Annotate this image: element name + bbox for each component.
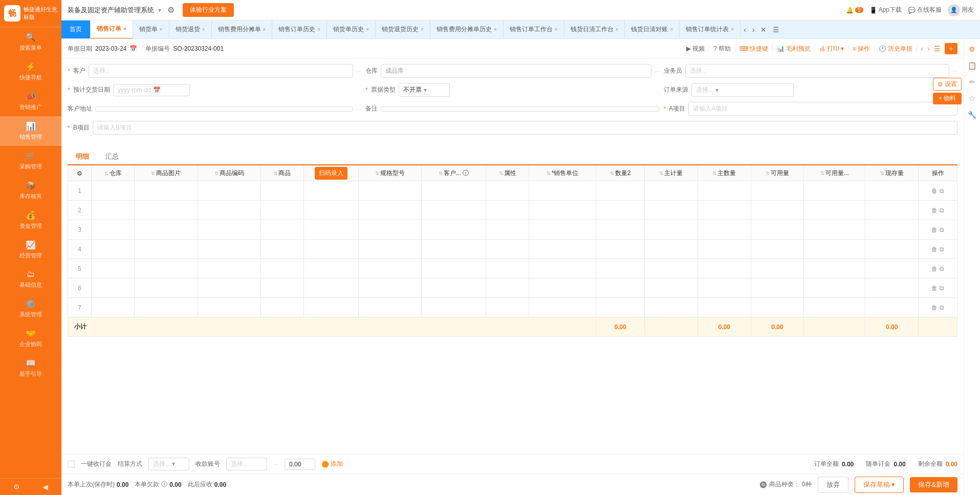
tab-sales-expense-split[interactable]: 销售费用分摊单 × xyxy=(212,20,273,39)
row-delete-icon[interactable]: 🗑 xyxy=(931,304,938,311)
sidebar-item-quick-nav[interactable]: ⚡ 快捷导航 xyxy=(0,57,61,87)
topbar-online-service[interactable]: 💬 在线客服 xyxy=(908,6,942,14)
sidebar-item-guide[interactable]: 📖 新手引导 xyxy=(0,353,61,383)
remark-input[interactable] xyxy=(381,106,659,112)
sales-return-tab-close[interactable]: × xyxy=(202,27,205,32)
col-attribute-header[interactable]: ⇅属性 xyxy=(486,166,529,181)
row-delete-icon[interactable]: 🗑 xyxy=(931,246,938,253)
sidebar-item-finance[interactable]: 💰 资金管理 xyxy=(0,205,61,235)
next-record-btn[interactable]: › xyxy=(927,45,930,53)
new-btn[interactable]: ＋ xyxy=(945,43,957,54)
col-current-stock-header[interactable]: ⇅现存量 xyxy=(865,166,919,181)
sales-order-tab-close[interactable]: × xyxy=(123,26,126,32)
address-more-icon[interactable]: ··· xyxy=(356,105,361,113)
history-btn[interactable]: 🕐 历史单据 xyxy=(879,45,912,53)
delivery-date-input[interactable]: yyyy-mm-dd 📅 xyxy=(113,84,190,96)
inner-tab-summary[interactable]: 汇总 xyxy=(97,149,127,164)
settings-btn[interactable]: ⚙ 设置 xyxy=(933,78,962,91)
tab-next-btn[interactable]: › xyxy=(749,26,758,34)
right-panel-clipboard-btn[interactable]: 📋 xyxy=(966,59,978,72)
row-copy-icon[interactable]: ⧉ xyxy=(940,207,944,214)
sidebar-item-sales[interactable]: 📊 销售管理 xyxy=(0,116,61,146)
sales-order-history-tab-close[interactable]: × xyxy=(317,27,320,32)
bank-account-more-icon[interactable]: ··· xyxy=(273,461,278,468)
salesperson-input[interactable]: 选择... xyxy=(685,64,949,78)
sidebar-item-inventory[interactable]: 📦 库存核算 xyxy=(0,176,61,205)
sales-bill-tab-close[interactable]: × xyxy=(160,27,163,32)
right-panel-settings-btn[interactable]: ⚙ xyxy=(966,43,978,55)
right-panel-star-btn[interactable]: ☆ xyxy=(966,92,978,104)
sales-stat-tab-close[interactable]: × xyxy=(731,27,734,32)
col-scan-header[interactable]: 扫码录入 xyxy=(303,166,358,181)
col-available-ext-header[interactable]: ⇅可用量... xyxy=(804,166,865,181)
col-main-unit-header[interactable]: ⇅主计量 xyxy=(645,166,698,181)
col-qty2-header[interactable]: ⇅数量2 xyxy=(596,166,645,181)
tab-sales-bill[interactable]: 销货单 × xyxy=(133,20,169,39)
save-draft-btn[interactable]: 保存草稿 ▾ xyxy=(855,477,904,493)
invoice-type-select[interactable]: 不开票 ▾ xyxy=(399,83,450,97)
topbar-notification[interactable]: 🔔 9 xyxy=(846,7,863,14)
salesperson-more-icon[interactable]: ··· xyxy=(952,68,957,75)
row-copy-icon[interactable]: ⧉ xyxy=(940,246,944,253)
a-project-input[interactable]: 请输入A项目 xyxy=(688,102,957,116)
col-available-header[interactable]: ⇅可用量 xyxy=(751,166,804,181)
customer-input[interactable]: 选择... xyxy=(89,64,354,78)
cash-daily-workbench-tab-close[interactable]: × xyxy=(616,27,619,32)
tab-sales-expense-history[interactable]: 销售费用分摊单历史 × xyxy=(430,20,504,39)
order-source-select[interactable]: 选择... ▾ xyxy=(691,83,794,97)
tab-sales-return-history[interactable]: 销货退货历史 × xyxy=(376,20,430,39)
tab-sales-order[interactable]: 销售订单 × xyxy=(91,20,133,39)
sidebar-item-collab[interactable]: 🤝 企业协同 xyxy=(0,324,61,353)
tab-sales-order-workbench[interactable]: 销售订单工作台 × xyxy=(504,20,564,39)
row-copy-icon[interactable]: ⧉ xyxy=(940,285,944,292)
shortcut-btn[interactable]: ⌨ 快捷键 xyxy=(739,45,768,53)
tab-menu-btn[interactable]: ☰ xyxy=(770,26,782,34)
topbar-dropdown-icon[interactable]: ▾ xyxy=(158,7,161,14)
sales-order-workbench-tab-close[interactable]: × xyxy=(555,27,558,32)
sidebar-item-marketing[interactable]: 📣 营销推广 xyxy=(0,87,61,116)
sales-bill-history-tab-close[interactable]: × xyxy=(366,27,369,32)
sales-expense-split-tab-close[interactable]: × xyxy=(263,27,266,32)
bank-account-select[interactable]: 选择... xyxy=(226,458,267,470)
col-customer-code-header[interactable]: ⇅客户... ⓘ xyxy=(422,166,486,181)
payment-amount-input[interactable]: 0.00 xyxy=(285,459,315,470)
sidebar-collapse-btn[interactable]: ◀ xyxy=(42,483,48,491)
view-btn[interactable]: ▶ 视频 xyxy=(686,45,705,53)
right-panel-tool-btn[interactable]: 🔧 xyxy=(966,109,978,121)
sidebar-item-purchase[interactable]: 🛒 采购管理 xyxy=(0,146,61,176)
topbar-settings-icon[interactable]: ⚙ xyxy=(167,5,175,15)
col-settings-header[interactable]: ⚙ xyxy=(68,166,92,181)
operate-btn[interactable]: ≡ 操作 xyxy=(853,45,870,53)
topbar-app-download[interactable]: 📱 App下载 xyxy=(869,6,902,14)
list-view-btn[interactable]: ☰ xyxy=(934,45,941,53)
row-copy-icon[interactable]: ⧉ xyxy=(940,187,944,195)
col-main-qty-header[interactable]: ⇅主数量 xyxy=(698,166,751,181)
customer-more-icon[interactable]: ··· xyxy=(356,68,361,75)
tab-sales-bill-history[interactable]: 销货单历史 × xyxy=(327,20,376,39)
tab-sales-order-history[interactable]: 销售订单历史 × xyxy=(272,20,327,39)
row-copy-icon[interactable]: ⧉ xyxy=(940,226,944,233)
col-sales-unit-header[interactable]: ⇅*销售单位 xyxy=(529,166,596,181)
sidebar-item-search[interactable]: 🔍 搜索菜单 xyxy=(0,27,61,57)
save-draft-dropdown-icon[interactable]: ▾ xyxy=(891,481,895,488)
scan-btn[interactable]: 扫码录入 xyxy=(315,167,347,180)
tab-close-all-btn[interactable]: ✕ xyxy=(757,26,770,34)
tab-prev-btn[interactable]: ‹ xyxy=(741,26,749,34)
help-btn[interactable]: ? 帮助 xyxy=(713,45,731,53)
row-delete-icon[interactable]: 🗑 xyxy=(931,285,938,292)
row-copy-icon[interactable]: ⧉ xyxy=(940,265,944,272)
row-delete-icon[interactable]: 🗑 xyxy=(931,226,938,233)
print-btn[interactable]: 🖨 打印 ▾ xyxy=(819,45,844,53)
payment-method-select[interactable]: 选择... ▾ xyxy=(148,458,189,470)
cash-daily-reconcile-tab-close[interactable]: × xyxy=(670,27,673,32)
col-product-code-header[interactable]: ⇅商品编码 xyxy=(198,166,260,181)
profit-btn[interactable]: 📊 毛利预览 xyxy=(777,45,811,53)
sales-return-history-tab-close[interactable]: × xyxy=(421,27,424,32)
sidebar-item-basic[interactable]: 🗂 基础信息 xyxy=(0,265,61,294)
col-warehouse-header[interactable]: ⇅仓库 xyxy=(92,166,135,181)
col-spec-header[interactable]: ⇅规格型号 xyxy=(358,166,421,181)
b-project-input[interactable]: 请输入B项目 xyxy=(93,121,957,135)
tab-home[interactable]: 首页 xyxy=(61,20,91,39)
add-material-btn[interactable]: + 物料 xyxy=(933,93,962,104)
col-product-header[interactable]: ⇅商品 xyxy=(260,166,303,181)
